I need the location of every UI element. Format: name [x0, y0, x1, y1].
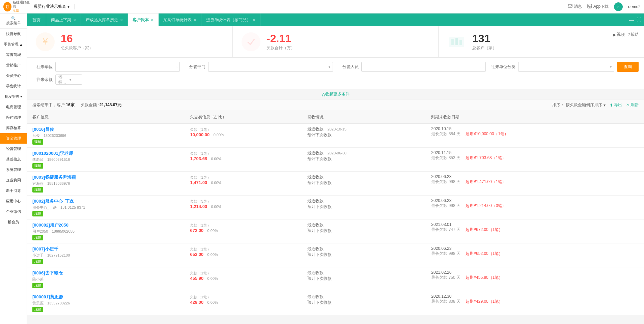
manager-dots-icon[interactable]: ···	[480, 64, 484, 69]
sidebar-item-system[interactable]: 系统管理	[0, 165, 27, 175]
tab-maximize-btn[interactable]: ⛶	[637, 17, 641, 23]
sidebar-item-quick-nav[interactable]: 快捷导航	[0, 29, 27, 39]
manager-input[interactable]	[361, 62, 486, 72]
debt-pct: 0.00%	[207, 229, 218, 233]
customer-name-link[interactable]: [000001]黄思源	[32, 294, 179, 300]
table-row: [0001020001]李老师 李老师 18600391516 现销 欠款（1笔…	[27, 148, 644, 172]
sidebar-item-basic-info[interactable]: 基础信息	[0, 154, 27, 165]
download-icon: App	[587, 4, 592, 9]
help-btn[interactable]: ? 帮助	[627, 32, 639, 37]
customer-name-link[interactable]: [0001020001]李老师	[32, 150, 179, 156]
tab-purchase-stats[interactable]: 采购订单统计表 ✕	[159, 13, 201, 26]
sidebar-item-retail-mgmt[interactable]: 零售管理 ▲	[0, 39, 27, 50]
export-btn[interactable]: ⬆ 导出	[610, 102, 622, 108]
sidebar-item-inventory[interactable]: 库存核算	[0, 123, 27, 133]
video-btn[interactable]: ▶ 视频	[613, 32, 625, 37]
tab-finished-goods[interactable]: 产成品入库单历史 ✕	[81, 13, 128, 26]
tab-close-icon[interactable]: ✕	[151, 18, 153, 22]
sidebar-search[interactable]: 🔍 搜索菜单	[0, 13, 27, 29]
collapse-up-icon: ⋀	[322, 92, 325, 97]
remainder-placeholder: 选择...	[58, 74, 68, 85]
unit-class-select[interactable]	[518, 62, 614, 72]
cell-customer-info: [0002]服务中心_丁磊 服务中心_丁磊 181 0125 8371 现销	[27, 196, 185, 219]
overdue-amount[interactable]: 超期¥652.00（1笔）	[466, 251, 503, 256]
svg-text:好: 好	[5, 5, 9, 9]
cell-due-date: 2020.12.30 最长欠款 808 天 超期¥429.00（1笔）	[426, 291, 644, 315]
unit-class-select-wrapper: ▾	[518, 62, 614, 72]
overdue-amount[interactable]: 超期¥1,471.00（1笔）	[466, 179, 506, 184]
sidebar-item-weixin[interactable]: 企业微信	[0, 206, 27, 217]
from-unit-dots-icon[interactable]: ···	[174, 64, 178, 69]
sidebar-item-member-vip[interactable]: 畅会员	[0, 217, 27, 227]
tab-close-icon[interactable]: ✕	[73, 18, 76, 22]
message-btn[interactable]: 消息	[568, 4, 582, 9]
debt-amount[interactable]: 1,703.68	[190, 156, 207, 161]
sidebar-item-operations[interactable]: 经营管理	[0, 144, 27, 154]
sidebar-item-enterprise[interactable]: 企业协同	[0, 175, 27, 185]
overdue-amount[interactable]: 超期¥429.00（1笔）	[466, 299, 503, 304]
sidebar-item-ecommerce[interactable]: 电商管理	[0, 102, 27, 112]
sort-select[interactable]: 排序： 按欠款金额倒序排序 ▾	[552, 102, 606, 108]
tab-close-icon[interactable]: ✕	[120, 18, 123, 22]
stat-label-debt-customers: 总欠款客户（家）	[61, 45, 93, 51]
sidebar-item-label: 零售商城	[6, 53, 21, 57]
app-download-label: App下载	[593, 4, 609, 9]
sort-arrow-icon: ▾	[604, 103, 606, 108]
sidebar-item-retail-stats[interactable]: 零售统计	[0, 81, 27, 91]
sidebar-item-purchase[interactable]: 采购管理	[0, 112, 27, 123]
sidebar-item-label: 会员中心	[6, 73, 21, 78]
tab-product-shelf[interactable]: 商品上下架 ✕	[46, 13, 81, 26]
sidebar-item-newbie[interactable]: 新手引导	[0, 185, 27, 196]
overdue-amount[interactable]: 超期¥1,214.00（3笔）	[466, 203, 506, 208]
app-download-btn[interactable]: App App下载	[587, 4, 609, 9]
tab-goods-stats[interactable]: 进货单统计表（按商品） ✕	[201, 13, 260, 26]
remainder-select[interactable]: 选择... ▾	[55, 75, 82, 85]
from-unit-input[interactable]	[55, 62, 180, 72]
cell-customer-info: [000002]用户2050 用户2050 18665062050 现销	[27, 219, 185, 243]
overdue-amount[interactable]: 超期¥10,000.00（1笔）	[466, 131, 508, 136]
overdue-amount[interactable]: 超期¥455.90（1笔）	[466, 275, 503, 280]
dept-select[interactable]	[208, 62, 333, 72]
sidebar-item-wholesale-mgmt[interactable]: 批发管理 ▾	[0, 91, 27, 102]
tab-customer-account[interactable]: 客户账本 ✕	[128, 13, 159, 26]
debt-amount[interactable]: 1,471.00	[190, 180, 207, 185]
cell-customer-info: [0016]吕俊 吕俊 13026203696 现销	[27, 124, 185, 148]
sidebar-item-app-center[interactable]: 应用中心	[0, 196, 27, 206]
company-selector[interactable]: 母婴行业演示账套 ▾	[30, 4, 75, 9]
refresh-btn[interactable]: ↻ 刷新	[626, 102, 639, 108]
quick-nav-label: 快捷导航	[6, 32, 21, 36]
debt-amount[interactable]: 429.00	[190, 300, 203, 305]
customer-name-link[interactable]: [0006]去下粮仓	[32, 270, 179, 276]
tab-minimize-btn[interactable]: —	[629, 17, 634, 23]
sidebar-item-retail-mall[interactable]: 零售商城	[0, 50, 27, 60]
collapse-btn[interactable]: ⋀ 收起更多条件	[27, 89, 644, 99]
sidebar-item-marketing[interactable]: 营销推广	[0, 60, 27, 70]
sidebar-search-label: 搜索菜单	[6, 21, 21, 25]
debt-amount[interactable]: 1,214.00	[190, 204, 207, 209]
sidebar-item-finance[interactable]: 资金管理	[0, 133, 27, 144]
stats-row: ¥ 16 总欠款客户（家）	[27, 26, 644, 58]
tab-home[interactable]: 首页	[27, 13, 46, 26]
customer-name-link[interactable]: [0002]服务中心_丁磊	[32, 198, 179, 204]
filter-area: 往来单位 ··· 分管部门	[27, 58, 644, 89]
app-container: 好 畅捷通好生意 示范 母婴行业演示账套 ▾ 消息 App App下载	[0, 0, 644, 324]
query-button[interactable]: 查询	[617, 62, 639, 72]
sidebar: 🔍 搜索菜单 快捷导航 零售管理 ▲ 零售商城 营销推广 会员中心 零售统计	[0, 13, 27, 324]
tab-close-icon[interactable]: ✕	[194, 18, 196, 22]
user-avatar[interactable]: d	[614, 2, 623, 11]
customer-name-link[interactable]: [000002]用户2050	[32, 222, 179, 228]
message-icon	[568, 4, 572, 9]
customer-name-link[interactable]: [0016]吕俊	[32, 126, 179, 132]
customer-name-link[interactable]: [0003]畅捷服务尹海燕	[32, 174, 179, 180]
overdue-amount[interactable]: 超期¥1,703.68（1笔）	[466, 155, 506, 160]
debt-amount[interactable]: 10,000.00	[190, 132, 209, 137]
tab-close-icon[interactable]: ✕	[253, 18, 255, 22]
overdue-amount[interactable]: 超期¥672.00（1笔）	[466, 227, 503, 232]
svg-rect-2	[568, 4, 572, 7]
debt-amount[interactable]: 652.00	[190, 252, 203, 257]
stat-number-debt-total: -2.11	[267, 33, 295, 44]
customer-name-link[interactable]: [0007]小进千	[32, 246, 179, 252]
debt-amount[interactable]: 455.90	[190, 276, 203, 281]
sidebar-item-member[interactable]: 会员中心	[0, 70, 27, 81]
debt-amount[interactable]: 672.00	[190, 228, 203, 233]
